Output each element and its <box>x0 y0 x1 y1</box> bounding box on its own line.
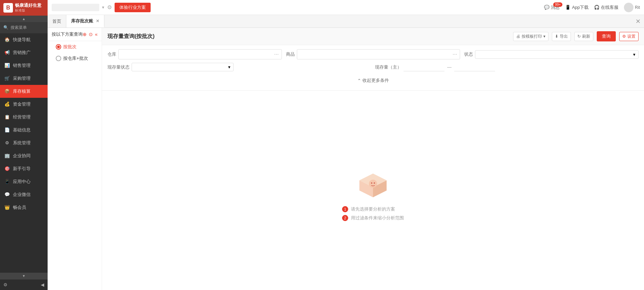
stock-qty-dash: — <box>447 65 452 70</box>
settings-scheme-icon[interactable]: ⊙ <box>89 32 93 37</box>
app-title-group: 畅康通好生意 标准版 <box>15 3 41 13</box>
online-service-btn[interactable]: 🎧 在线客服 <box>594 4 618 11</box>
finance-icon: 💰 <box>4 101 10 107</box>
sidebar-item-quick-nav[interactable]: 🏠 快捷导航 <box>0 33 48 46</box>
stock-status-select[interactable]: ▾ <box>132 63 234 71</box>
sidebar-item-app-center-label: 应用中心 <box>13 179 31 185</box>
empty-graphic <box>353 160 393 201</box>
marketing-icon: 📢 <box>4 50 10 56</box>
product-filter: 商品 ··· <box>286 49 460 59</box>
scheme-dot-inner <box>57 46 60 48</box>
settings-icon: ⚙ <box>622 34 626 39</box>
sidebar-item-basic-info[interactable]: 📄 基础信息 <box>0 124 48 137</box>
sidebar-item-member-label: 畅会员 <box>13 204 26 211</box>
scheme-by-warehouse-batch[interactable]: 按仓库+批次 <box>48 53 102 64</box>
sidebar-scroll-down[interactable]: ▼ <box>0 273 48 279</box>
sidebar-item-sales-label: 销售管理 <box>13 62 31 69</box>
sidebar-bottom: ⚙ ◀ <box>0 279 48 290</box>
export-btn[interactable]: ⬇ 导出 <box>552 32 571 41</box>
refresh-btn[interactable]: ↻ 刷新 <box>574 32 593 41</box>
online-service-label: 在线客服 <box>601 4 618 11</box>
page-actions: 🖨 按模板打印 ▾ ⬇ 导出 ↻ 刷新 查询 <box>513 31 639 41</box>
filter-row-2: 现存量状态 ▾ 现存量（主） — <box>107 63 639 71</box>
filter-area: 仓库 ··· 商品 ··· <box>102 45 644 91</box>
sidebar-item-member[interactable]: 👑 畅会员 <box>0 201 48 214</box>
sidebar-item-enterprise-wechat-label: 企业微信 <box>13 192 31 198</box>
warehouse-filter: 仓库 ··· <box>107 49 282 59</box>
app-title: 畅康通好生意 <box>15 3 41 8</box>
quick-nav-icon: 🏠 <box>4 37 10 43</box>
sidebar-item-new-guide[interactable]: 🎯 新手引导 <box>0 162 48 175</box>
product-more-icon[interactable]: ··· <box>453 51 457 57</box>
warehouse-more-icon[interactable]: ··· <box>274 51 278 57</box>
sidebar-item-operations[interactable]: 📋 经营管理 <box>0 111 48 124</box>
scheme-dot-active <box>56 44 61 50</box>
sidebar-item-system-label: 系统管理 <box>13 140 31 146</box>
sidebar-item-enterprise-wechat[interactable]: 💬 企业微信 <box>0 188 48 201</box>
settings-bottom-icon[interactable]: ⚙ <box>3 282 7 287</box>
export-icon: ⬇ <box>555 34 558 39</box>
tab-close-icon[interactable]: ✕ <box>96 19 99 23</box>
step-2-num: 2 <box>342 215 348 221</box>
left-panel-header: 按以下方案查询 ⊕ ⊙ « <box>48 28 102 41</box>
sidebar-scroll-up[interactable]: ▲ <box>0 16 48 22</box>
user-profile-btn[interactable]: Rit <box>624 3 640 12</box>
sidebar-item-purchase[interactable]: 🛒 采购管理 <box>0 72 48 85</box>
sidebar-item-inventory[interactable]: 📦 库存核算 <box>0 85 48 98</box>
sidebar-item-sales[interactable]: 📊 销售管理 <box>0 59 48 72</box>
sidebar: B 畅康通好生意 标准版 ▲ 🔍 搜索菜单 🏠 快捷导航 📢 营销推广 📊 销售… <box>0 0 48 290</box>
sidebar-item-system[interactable]: ⚙ 系统管理 <box>0 137 48 149</box>
breadcrumb-input[interactable] <box>52 4 99 11</box>
sidebar-item-marketing[interactable]: 📢 营销推广 <box>0 46 48 59</box>
warehouse-input-box[interactable]: ··· <box>118 49 282 59</box>
username-label: Rit <box>635 5 640 10</box>
panel-close-btn[interactable]: ✕ <box>635 18 641 25</box>
sidebar-item-enterprise-collab[interactable]: 🏢 企业协同 <box>0 149 48 162</box>
app-download-btn[interactable]: 📱 App下载 <box>565 4 589 11</box>
status-filter: 状态 ▾ <box>464 50 639 59</box>
app-download-label: App下载 <box>572 4 589 11</box>
dropdown-arrow-icon[interactable]: ▾ <box>102 5 104 10</box>
enterprise-collab-icon: 🏢 <box>4 153 10 159</box>
collapse-panel-icon[interactable]: « <box>95 32 98 37</box>
print-dropdown-icon[interactable]: ▾ <box>543 34 545 39</box>
tab-bar: 首页 库存批次账 ✕ ✕ <box>48 15 644 28</box>
operations-icon: 📋 <box>4 114 10 120</box>
query-btn[interactable]: 查询 <box>597 31 616 41</box>
right-panel: 现存量查询(按批次) 🖨 按模板打印 ▾ ⬇ 导出 ↻ 刷新 <box>102 28 644 290</box>
collapse-sidebar-icon[interactable]: ◀ <box>41 282 44 287</box>
step-1-num: 1 <box>342 206 348 212</box>
settings-btn[interactable]: ⚙ 设置 <box>619 32 639 41</box>
sidebar-item-purchase-label: 采购管理 <box>13 75 31 81</box>
sidebar-search[interactable]: 🔍 搜索菜单 <box>0 22 48 33</box>
sidebar-item-finance[interactable]: 💰 资金管理 <box>0 98 48 111</box>
close-panel-icon[interactable]: ✕ <box>635 18 641 25</box>
print-template-btn[interactable]: 🖨 按模板打印 ▾ <box>513 32 548 41</box>
sidebar-nav: 🏠 快捷导航 📢 营销推广 📊 销售管理 🛒 采购管理 📦 库存核算 💰 资金管… <box>0 33 48 273</box>
tab-home[interactable]: 首页 <box>48 15 66 28</box>
product-input-box[interactable]: ··· <box>297 49 460 59</box>
header-right: 💬 消息 99+ 📱 App下载 🎧 在线客服 Rit <box>544 3 640 12</box>
scheme-by-batch[interactable]: 按批次 <box>48 41 102 53</box>
sidebar-item-quick-nav-label: 快捷导航 <box>13 37 31 43</box>
svg-point-3 <box>369 180 377 188</box>
stock-qty-from[interactable] <box>404 63 444 71</box>
search-icon: 🔍 <box>3 25 9 30</box>
collapse-more-btn[interactable]: ⌃ 收起更多条件 <box>107 75 639 86</box>
trial-btn[interactable]: 体验行业方案 <box>115 3 151 12</box>
settings-label: 设置 <box>627 34 635 39</box>
sidebar-item-app-center[interactable]: 📱 应用中心 <box>0 175 48 188</box>
messages-btn[interactable]: 💬 消息 99+ <box>544 4 560 11</box>
app-subtitle: 标准版 <box>15 8 41 13</box>
gear-icon[interactable]: ⚙ <box>107 4 112 11</box>
svg-point-4 <box>371 182 372 184</box>
system-icon: ⚙ <box>4 140 10 146</box>
stock-qty-to[interactable] <box>454 63 495 71</box>
add-scheme-icon[interactable]: ⊕ <box>83 32 87 37</box>
product-label: 商品 <box>286 51 295 57</box>
sidebar-item-enterprise-collab-label: 企业协同 <box>13 153 31 159</box>
sidebar-item-finance-label: 资金管理 <box>13 101 31 107</box>
tab-inventory-batch[interactable]: 库存批次账 ✕ <box>66 15 104 28</box>
status-select[interactable]: ▾ <box>475 50 639 59</box>
new-guide-icon: 🎯 <box>4 166 10 172</box>
